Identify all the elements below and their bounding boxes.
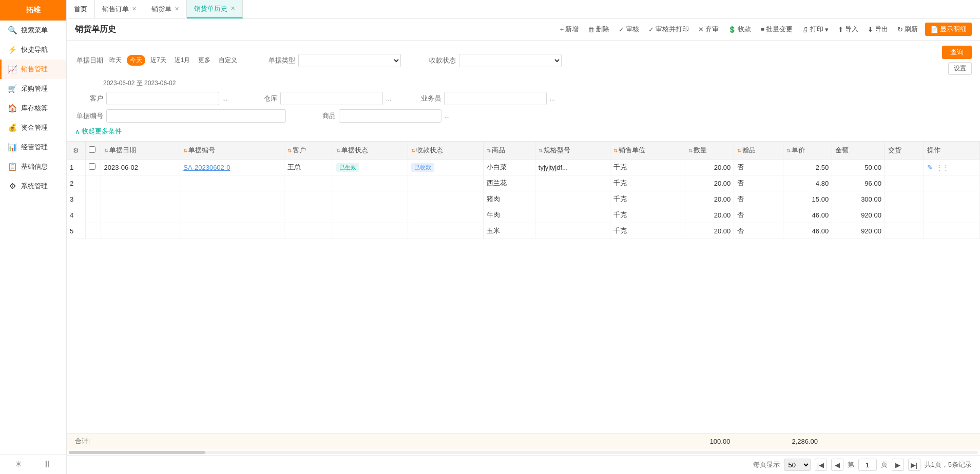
doc-type-select[interactable] — [298, 54, 401, 67]
col-qty[interactable]: ⇅数量 — [685, 142, 734, 160]
show-detail-button[interactable]: 📄 显示明细 — [925, 23, 972, 36]
col-product[interactable]: ⇅商品 — [483, 142, 535, 160]
customer-more-dots[interactable]: ... — [222, 95, 227, 102]
audit-button[interactable]: ✓ 审核 — [617, 23, 641, 35]
col-customer[interactable]: ⇅客户 — [284, 142, 333, 160]
col-pay-status[interactable]: ⇅收款状态 — [408, 142, 483, 160]
sidebar-item-basic-info[interactable]: 📋 基础信息 — [0, 157, 66, 176]
cell-doc-date — [101, 223, 180, 239]
col-gift[interactable]: ⇅赠品 — [734, 142, 783, 160]
sort-icon: ⇅ — [487, 148, 491, 153]
col-doc-status[interactable]: ⇅单据状态 — [333, 142, 408, 160]
sidebar-item-sales-mgmt[interactable]: 📈 销售管理 — [0, 60, 66, 79]
per-page-select[interactable]: 50 100 — [784, 459, 811, 471]
col-doc-no[interactable]: ⇅单据编号 — [180, 142, 284, 160]
product-more-dots[interactable]: ... — [445, 112, 450, 120]
cell-amount: 300.00 — [832, 191, 885, 207]
sidebar-item-finance[interactable]: 💰 资金管理 — [0, 118, 66, 137]
sidebar-item-purchase-mgmt[interactable]: 🛒 采购管理 — [0, 79, 66, 98]
customer-input[interactable] — [106, 92, 219, 105]
col-price[interactable]: ⇅单价 — [783, 142, 832, 160]
tab-sales-delivery[interactable]: 销货单 ✕ — [144, 0, 187, 18]
abandon-button[interactable]: ✕ 弃审 — [696, 23, 721, 35]
col-unit[interactable]: ⇅销售单位 — [610, 142, 685, 160]
next-page-button[interactable]: ▶ — [892, 459, 904, 471]
query-button[interactable]: 查询 — [942, 46, 972, 59]
cell-spec — [535, 175, 610, 191]
scrollbar-track[interactable] — [69, 451, 978, 454]
tab-sales-delivery-close[interactable]: ✕ — [175, 6, 179, 12]
page-input[interactable] — [858, 459, 877, 471]
table-settings-icon[interactable]: ⚙ — [73, 147, 79, 154]
delete-button[interactable]: 🗑 删除 — [586, 23, 611, 35]
action-more-icon[interactable]: ⋮⋮ — [936, 164, 949, 171]
cell-doc-no — [180, 223, 284, 239]
select-all-checkbox[interactable] — [89, 146, 95, 153]
shortcut-today[interactable]: 今天 — [127, 55, 145, 66]
print-button[interactable]: 🖨 打印 ▾ — [800, 23, 831, 35]
row-checkbox[interactable] — [89, 163, 95, 170]
cell-product: 猪肉 — [483, 191, 535, 207]
last-page-button[interactable]: ▶| — [908, 459, 920, 471]
horizontal-scrollbar[interactable] — [67, 449, 980, 455]
sidebar-item-inventory[interactable]: 🏠 库存核算 — [0, 98, 66, 118]
sidebar-pause-icon[interactable]: ⏸ — [43, 459, 52, 470]
shortcut-yesterday[interactable]: 昨天 — [106, 55, 125, 66]
cell-trade — [885, 223, 924, 239]
cell-customer — [284, 191, 333, 207]
settings-button[interactable]: 设置 — [948, 62, 972, 75]
cell-spec — [535, 191, 610, 207]
tab-sales-order-close[interactable]: ✕ — [132, 6, 137, 12]
collect-button[interactable]: 💲 收款 — [726, 23, 753, 35]
col-settings[interactable]: ⚙ — [67, 142, 85, 160]
shortcut-custom[interactable]: 自定义 — [216, 55, 240, 66]
batch-label: 批量变更 — [766, 25, 793, 34]
collapse-up-icon: ∧ — [75, 128, 80, 135]
sort-icon: ⇅ — [786, 148, 791, 153]
cell-unit: 千克 — [610, 223, 685, 239]
sidebar-item-search-menu[interactable]: 🔍 搜索菜单 — [0, 21, 66, 40]
cell-price: 46.00 — [783, 207, 832, 223]
audit-print-button[interactable]: ✓ 审核并打印 — [646, 23, 691, 35]
cell-checkbox — [85, 207, 101, 223]
export-button[interactable]: ⬇ 导出 — [866, 23, 890, 35]
cell-row-num: 5 — [67, 223, 85, 239]
warehouse-more-dots[interactable]: ... — [386, 95, 391, 102]
table-container[interactable]: ⚙ ⇅单据日期 ⇅单据编号 ⇅客户 ⇅单据状态 ⇅收款状态 ⇅商品 ⇅规格型号 … — [67, 142, 980, 433]
add-button[interactable]: + 新增 — [558, 23, 581, 35]
tab-sales-order[interactable]: 销售订单 ✕ — [95, 0, 144, 18]
cell-qty: 20.00 — [685, 191, 734, 207]
collapse-button[interactable]: ∧ 收起更多条件 — [75, 127, 972, 136]
scrollbar-thumb[interactable] — [69, 451, 205, 454]
shortcut-more[interactable]: 更多 — [195, 55, 214, 66]
refresh-button[interactable]: ↻ 刷新 — [895, 23, 920, 35]
first-page-button[interactable]: |◀ — [815, 459, 827, 471]
action-edit-icon[interactable]: ✎ — [927, 164, 933, 171]
tab-home[interactable]: 首页 — [67, 0, 95, 18]
pay-status-select[interactable] — [459, 54, 562, 67]
warehouse-input[interactable] — [280, 92, 383, 105]
prev-page-button[interactable]: ◀ — [831, 459, 843, 471]
shortcut-1month[interactable]: 近1月 — [171, 55, 194, 66]
salesperson-input[interactable] — [444, 92, 547, 105]
col-spec[interactable]: ⇅规格型号 — [535, 142, 610, 160]
shortcut-7days[interactable]: 近7天 — [147, 55, 169, 66]
import-button[interactable]: ⬆ 导入 — [836, 23, 860, 35]
docno-input[interactable] — [106, 109, 286, 123]
sidebar-item-system-mgmt[interactable]: ⚙ 系统管理 — [0, 176, 66, 196]
money-icon: 💰 — [8, 123, 17, 132]
pagination-bar: 每页显示 50 100 |◀ ◀ 第 页 ▶ ▶| 共1页，5条记录 — [67, 455, 980, 474]
sidebar-item-quick-nav[interactable]: ⚡ 快捷导航 — [0, 40, 66, 60]
tab-sales-history-close[interactable]: ✕ — [230, 5, 235, 12]
salesperson-more-dots[interactable]: ... — [550, 95, 555, 102]
tab-sales-history[interactable]: 销货单历史 ✕ — [187, 0, 243, 18]
cell-customer: 王总 — [284, 160, 333, 175]
sort-icon: ⇅ — [613, 148, 618, 153]
sidebar-item-operations[interactable]: 📊 经营管理 — [0, 137, 66, 157]
col-doc-date[interactable]: ⇅单据日期 — [101, 142, 180, 160]
product-input[interactable] — [339, 109, 441, 123]
filter-customer-field: 客户 ... — [75, 92, 227, 105]
doc-no-link[interactable]: SA-20230602-0 — [183, 164, 230, 171]
batch-change-button[interactable]: ≡ 批量变更 — [758, 23, 795, 35]
sidebar-sun-icon[interactable]: ☀ — [14, 459, 23, 470]
